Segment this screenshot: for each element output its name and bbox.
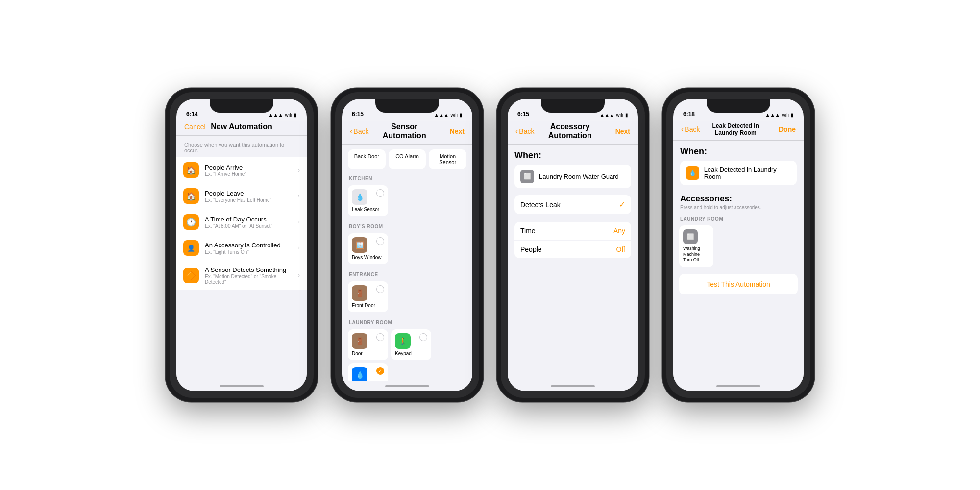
- wifi-icon: wifi: [285, 112, 292, 118]
- nav-bar-2: ‹ Back Sensor Automation Next: [342, 121, 472, 145]
- sensor-item-front-door[interactable]: 🚪 Front Door: [348, 281, 388, 312]
- option-time[interactable]: Time Any: [514, 222, 631, 240]
- page-title-1: New Automation: [209, 122, 274, 131]
- back-label-3: Back: [519, 127, 534, 135]
- entrance-grid: 🚪 Front Door: [342, 279, 472, 316]
- accessory-row-3[interactable]: ⬜ Laundry Room Water Guard: [514, 165, 631, 188]
- laundry-grid: 🚪 Door 🚶 Keypad 💧 Water Guard: [342, 327, 472, 381]
- next-button-3[interactable]: Next: [606, 127, 630, 135]
- notch-3: [541, 99, 605, 113]
- page-title-4: Leak Detected in Laundry Room: [700, 122, 771, 136]
- status-time-1: 6:14: [186, 111, 198, 118]
- screen-content-3: When: ⬜ Laundry Room Water Guard Detects…: [508, 145, 638, 381]
- motion-sensor-btn[interactable]: Motion Sensor: [429, 149, 466, 169]
- screen-content-2: Back Door CO Alarm Motion Sensor KITCHEN…: [342, 145, 472, 381]
- back-chevron-icon: ‹: [681, 125, 684, 134]
- boys-window-radio[interactable]: [376, 237, 384, 245]
- notch-2: [375, 99, 439, 113]
- status-icons-3: ▲▲▲ wifi ▮: [600, 112, 628, 118]
- chevron-right-icon: ›: [298, 245, 300, 251]
- wifi-icon: wifi: [616, 112, 623, 118]
- accessory-controlled-title: An Accessory is Controlled: [205, 242, 292, 249]
- time-of-day-title: A Time of Day Occurs: [205, 216, 292, 223]
- sensor-item-keypad[interactable]: 🚶 Keypad: [391, 329, 431, 360]
- time-of-day-subtitle: Ex. "At 8:00 AM" or "At Sunset": [205, 223, 292, 229]
- people-arrive-subtitle: Ex. "I Arrive Home": [205, 172, 292, 177]
- cancel-button[interactable]: Cancel: [184, 123, 209, 131]
- boys-window-icon: 🪟: [352, 237, 368, 253]
- back-chevron-icon: ‹: [350, 127, 352, 136]
- section-laundry: LAUNDRY ROOM: [342, 316, 472, 327]
- phone-3: 6:15 ▲▲▲ wifi ▮ ‹ Back Accessory Automat…: [497, 88, 649, 402]
- sensor-item-boys-window[interactable]: 🪟 Boys Window: [348, 233, 388, 264]
- time-value: Any: [613, 227, 625, 235]
- next-button-2[interactable]: Next: [440, 127, 465, 135]
- washing-machine-item[interactable]: ⬜ Washing Machine Turn Off: [679, 225, 713, 267]
- battery-icon: ▮: [791, 112, 794, 118]
- nav-bar-1: Cancel New Automation: [176, 121, 307, 136]
- sensor-item-leak[interactable]: 💧 Leak Sensor: [348, 185, 388, 216]
- when-accessory-row[interactable]: 💧 Leak Detected in Laundry Room: [680, 161, 797, 185]
- door-radio[interactable]: [376, 333, 384, 341]
- front-door-radio[interactable]: [376, 285, 384, 293]
- battery-icon: ▮: [294, 112, 297, 118]
- water-guard-acc-icon: ⬜: [520, 170, 534, 183]
- phone-4: 6:18 ▲▲▲ wifi ▮ ‹ Back Leak Detected in …: [662, 88, 814, 402]
- washing-machine-name: Washing Machine Turn Off: [683, 246, 710, 263]
- wifi-icon: wifi: [782, 112, 789, 118]
- keypad-radio[interactable]: [419, 333, 427, 341]
- leak-sensor-radio[interactable]: [376, 189, 384, 197]
- page-title-2: Sensor Automation: [368, 122, 440, 140]
- kitchen-grid: 💧 Leak Sensor: [342, 183, 472, 220]
- list-item-people-leave[interactable]: 🏠 People Leave Ex. "Everyone Has Left Ho…: [176, 183, 307, 209]
- done-button-4[interactable]: Done: [771, 125, 796, 133]
- sensor-item-water-guard[interactable]: 💧 Water Guard: [348, 363, 388, 381]
- back-door-btn[interactable]: Back Door: [348, 149, 386, 169]
- accessories-title: Accessories:: [680, 194, 797, 204]
- boys-window-name: Boys Window: [352, 255, 382, 260]
- list-item-sensor-detects[interactable]: 🔶 A Sensor Detects Something Ex. "Motion…: [176, 261, 307, 290]
- phones-container: 6:14 ▲▲▲ wifi ▮ Cancel New Automation Ch…: [146, 69, 834, 421]
- people-value: Off: [616, 245, 625, 253]
- front-door-name: Front Door: [352, 303, 375, 308]
- section-boys-room: BOY'S ROOM: [342, 220, 472, 231]
- test-automation-button[interactable]: Test This Automation: [679, 274, 798, 294]
- co-alarm-btn[interactable]: CO Alarm: [389, 149, 426, 169]
- sensor-top-buttons: Back Door CO Alarm Motion Sensor: [342, 145, 472, 172]
- sensor-detects-icon: 🔶: [183, 268, 199, 283]
- option-people[interactable]: People Off: [514, 241, 631, 258]
- list-item-people-arrive[interactable]: 🏠 People Arrive Ex. "I Arrive Home" ›: [176, 157, 307, 183]
- list-item-time-of-day[interactable]: 🕐 A Time of Day Occurs Ex. "At 8:00 AM" …: [176, 209, 307, 235]
- leak-sensor-name: Leak Sensor: [352, 207, 379, 212]
- signal-icon: ▲▲▲: [765, 112, 780, 118]
- battery-icon: ▮: [460, 112, 463, 118]
- back-button-3[interactable]: ‹ Back: [515, 127, 534, 136]
- people-label: People: [520, 245, 542, 253]
- door-icon: 🚪: [352, 333, 368, 349]
- notch-1: [210, 99, 273, 113]
- section-kitchen: KITCHEN: [342, 172, 472, 183]
- back-label-4: Back: [685, 125, 700, 133]
- back-button-4[interactable]: ‹ Back: [681, 125, 700, 134]
- detects-leak-check: ✓: [619, 200, 625, 209]
- people-leave-icon: 🏠: [183, 188, 199, 204]
- screen-content-1: Choose when you want this automation to …: [176, 136, 307, 381]
- status-icons-2: ▲▲▲ wifi ▮: [434, 112, 463, 118]
- people-arrive-icon: 🏠: [183, 162, 199, 178]
- test-automation-label: Test This Automation: [707, 280, 770, 288]
- when-section: When: ⬜ Laundry Room Water Guard: [508, 145, 638, 191]
- list-item-accessory-controlled[interactable]: 👤 An Accessory is Controlled Ex. "Light …: [176, 235, 307, 261]
- option-detects-leak[interactable]: Detects Leak ✓: [514, 195, 631, 214]
- time-label: Time: [520, 227, 536, 235]
- nav-bar-3: ‹ Back Accessory Automation Next: [508, 121, 638, 145]
- boys-room-grid: 🪟 Boys Window: [342, 231, 472, 268]
- when-label-3: When:: [514, 150, 631, 161]
- back-button-2[interactable]: ‹ Back: [350, 127, 368, 136]
- water-guard-icon: 💧: [352, 367, 368, 381]
- people-leave-title: People Leave: [205, 190, 292, 197]
- sensor-item-door[interactable]: 🚪 Door: [348, 329, 388, 360]
- door-name: Door: [352, 351, 363, 356]
- water-guard-radio[interactable]: [376, 367, 384, 375]
- accessory-name-3: Laundry Room Water Guard: [539, 173, 619, 180]
- back-label-2: Back: [353, 127, 368, 135]
